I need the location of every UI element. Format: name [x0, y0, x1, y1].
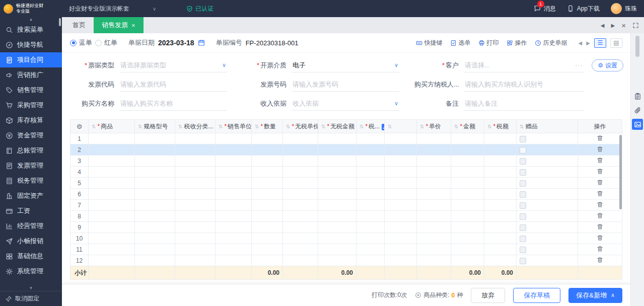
save-draft-button[interactable]: 保存草稿 [513, 288, 560, 303]
action-history-button[interactable]: 历史单据 [535, 39, 567, 47]
grid-cell[interactable] [175, 211, 216, 222]
grid-scrollbar[interactable] [619, 135, 622, 209]
doc-date-value[interactable]: 2023-03-18 [158, 39, 194, 47]
app-download-button[interactable]: App下载 [567, 5, 600, 13]
grid-cell[interactable] [216, 233, 252, 244]
grid-cell[interactable] [135, 222, 175, 233]
grid-header-4[interactable]: ⇅*数量 [252, 120, 283, 133]
grid-cell[interactable] [318, 233, 356, 244]
grid-cell[interactable] [356, 178, 385, 189]
action-ops-button[interactable]: 操作 [507, 39, 527, 47]
grid-cell[interactable] [135, 144, 175, 156]
sidebar-item-11[interactable]: 固定资产 [0, 188, 62, 203]
field-input[interactable]: 请选择票据类型∨ [119, 59, 227, 72]
grid-cell[interactable] [356, 244, 385, 255]
doc-no-value[interactable]: FP-20230318-001 [246, 39, 299, 47]
sidebar-item-13[interactable]: 经营管理 [0, 218, 62, 234]
grid-cell[interactable] [216, 244, 252, 255]
grid-cell[interactable] [175, 133, 216, 144]
field-input[interactable]: 请输入发票代码 [119, 78, 227, 92]
grid-cell[interactable] [356, 233, 385, 244]
sort-icon[interactable]: ⇅ [420, 124, 424, 129]
grid-cell[interactable] [318, 178, 356, 189]
grid-cell[interactable] [484, 233, 517, 244]
grid-cell[interactable] [417, 144, 451, 156]
field-input[interactable]: 请输入购买方名称 [119, 97, 227, 111]
trash-icon[interactable] [597, 257, 603, 263]
grid-cell[interactable] [356, 222, 385, 233]
sort-icon[interactable]: ⇅ [388, 124, 392, 129]
grid-cell[interactable] [175, 167, 216, 178]
field-input[interactable]: 请输入发票号码 [292, 78, 399, 92]
grid-cell[interactable] [318, 222, 356, 233]
blue-invoice-radio[interactable]: 蓝单 [70, 38, 92, 47]
grid-header-3[interactable]: ⇅*销售单位 [216, 120, 252, 133]
grid-cell[interactable] [216, 222, 252, 233]
grid-cell[interactable] [175, 233, 216, 244]
doc-info-button[interactable] [632, 91, 643, 102]
grid-cell[interactable] [318, 200, 356, 211]
gift-checkbox[interactable] [520, 191, 526, 198]
grid-cell[interactable] [89, 200, 135, 211]
grid-cell[interactable] [451, 156, 484, 167]
grid-cell[interactable] [451, 178, 484, 189]
grid-cell[interactable] [216, 200, 252, 211]
gift-checkbox[interactable] [520, 258, 526, 264]
grid-cell[interactable] [283, 211, 318, 222]
grid-cell[interactable] [484, 244, 517, 255]
grid-cell[interactable] [89, 189, 135, 200]
tab-prev-button[interactable]: ◀ [601, 23, 605, 28]
grid-cell[interactable] [175, 189, 216, 200]
messages-button[interactable]: 1 消息 [534, 5, 556, 13]
sidebar-item-7[interactable]: 资金管理 [0, 128, 62, 143]
grid-cell[interactable] [252, 244, 283, 255]
grid-cell[interactable] [318, 156, 356, 167]
sort-icon[interactable]: ⇅ [92, 124, 96, 129]
red-invoice-radio[interactable]: 红单 [95, 38, 117, 47]
settings-button[interactable]: ⚙ 设置 [592, 59, 623, 71]
grid-cell[interactable] [484, 133, 517, 144]
grid-cell[interactable] [175, 255, 216, 266]
field-input[interactable]: 请输入购买方纳税人识别号 [464, 78, 584, 92]
grid-cell[interactable] [89, 178, 135, 189]
page-scrollbar[interactable] [635, 36, 639, 57]
grid-cell[interactable] [216, 167, 252, 178]
sort-icon[interactable]: ⇅ [255, 124, 259, 129]
image-viewer-button[interactable] [632, 119, 643, 130]
grid-cell[interactable] [451, 144, 484, 156]
grid-cell[interactable] [252, 222, 283, 233]
grid-cell[interactable] [216, 189, 252, 200]
grid-cell[interactable] [356, 167, 385, 178]
trash-icon[interactable] [597, 246, 603, 252]
grid-cell[interactable] [385, 144, 417, 156]
sort-icon[interactable]: ⇅ [138, 124, 142, 129]
fullscreen-icon[interactable] [632, 22, 639, 29]
grid-cell[interactable] [385, 211, 417, 222]
grid-cell[interactable] [318, 211, 356, 222]
grid-cell[interactable] [417, 222, 451, 233]
calendar-icon[interactable] [198, 39, 205, 46]
grid-cell[interactable] [451, 189, 484, 200]
grid-cell[interactable] [283, 178, 318, 189]
grid-cell[interactable] [451, 200, 484, 211]
grid-cell[interactable] [356, 255, 385, 266]
grid-cell[interactable] [484, 167, 517, 178]
page-next-icon[interactable]: ▶ [586, 40, 590, 46]
grid-cell[interactable] [484, 189, 517, 200]
grid-header-12[interactable]: ⇅赠品 [517, 120, 578, 133]
grid-cell[interactable] [283, 189, 318, 200]
gift-checkbox[interactable] [520, 180, 526, 187]
grid-cell[interactable] [356, 211, 385, 222]
form-view-toggle[interactable]: ▤ [610, 38, 622, 48]
table-row-2[interactable]: 2 [70, 144, 622, 156]
trash-icon[interactable] [597, 223, 603, 230]
grid-cell[interactable] [385, 178, 417, 189]
grid-cell[interactable] [252, 233, 283, 244]
sidebar-item-4[interactable]: 销售管理 [0, 83, 62, 98]
grid-cell[interactable] [175, 244, 216, 255]
grid-cell[interactable] [135, 211, 175, 222]
user-menu[interactable]: 珠珠 [611, 3, 637, 14]
grid-cell[interactable] [89, 244, 135, 255]
grid-cell[interactable] [175, 156, 216, 167]
action-pick-button[interactable]: 选单 [450, 39, 471, 47]
